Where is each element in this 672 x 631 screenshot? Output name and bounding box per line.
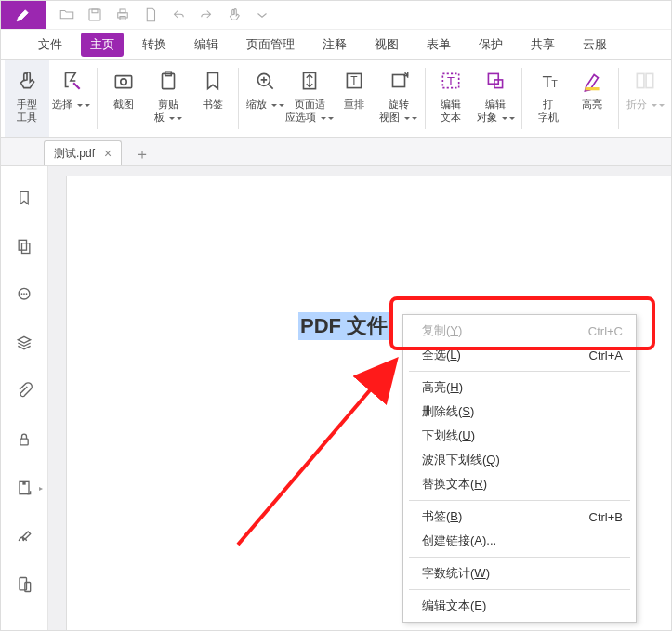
ribbon-editobj-button[interactable]: 编辑对象 — [473, 60, 518, 137]
layers-icon[interactable] — [11, 330, 37, 356]
mobile-icon[interactable] — [11, 572, 37, 598]
svg-text:T: T — [551, 78, 558, 89]
ribbon-reflow-button[interactable]: T重排 — [332, 60, 376, 137]
quick-access-toolbar — [55, 3, 274, 27]
svg-rect-3 — [120, 9, 125, 13]
context-menu-item[interactable]: 高亮(H) — [403, 375, 636, 400]
close-tab-icon[interactable]: × — [104, 146, 112, 161]
context-menu-item[interactable]: 编辑文本(E) — [403, 594, 636, 618]
menu-separator — [409, 557, 630, 558]
more-icon[interactable] — [250, 3, 274, 27]
menu-tab-6[interactable]: 视图 — [365, 33, 408, 57]
menu-tab-4[interactable]: 页面管理 — [237, 33, 304, 57]
export-icon[interactable]: ▸ — [11, 475, 37, 501]
ribbon-toolbar: 手型工具选择 截图剪贴板 书签缩放 页面适应选项 T重排旋转视图 T编辑文本编辑… — [1, 60, 671, 138]
context-menu: 复制(Y)Ctrl+C全选(L)Ctrl+A高亮(H)删除线(S)下划线(U)波… — [402, 314, 637, 623]
document-tab-title: 测试.pdf — [54, 146, 95, 162]
pen-nib-icon — [15, 7, 32, 23]
print-icon[interactable] — [111, 3, 135, 27]
comments-icon[interactable] — [11, 282, 37, 308]
svg-rect-13 — [392, 75, 404, 87]
ribbon-clipboard-button[interactable]: 剪贴板 — [146, 60, 191, 137]
ribbon-fitpage-button[interactable]: 页面适应选项 — [287, 60, 332, 137]
menu-tab-9[interactable]: 共享 — [521, 33, 564, 57]
ribbon-split-button: 折分 — [623, 60, 667, 137]
left-sidebar: ▸ — [1, 166, 48, 631]
svg-point-6 — [121, 79, 127, 85]
menu-tabs: 文件主页转换编辑页面管理注释视图表单保护共享云服 — [1, 30, 671, 60]
app-logo — [1, 1, 46, 29]
ribbon-type-button[interactable]: TT打字机 — [526, 60, 571, 137]
save-icon[interactable] — [83, 3, 107, 27]
ribbon-edittext-button[interactable]: T编辑文本 — [429, 60, 474, 137]
menu-tab-1[interactable]: 主页 — [81, 33, 124, 57]
undo-icon[interactable] — [166, 3, 191, 27]
ribbon-rotate-button[interactable]: 旋转视图 — [376, 60, 421, 137]
pages-icon[interactable] — [11, 233, 37, 259]
app-window: 文件主页转换编辑页面管理注释视图表单保护共享云服 手型工具选择 截图剪贴板 书签… — [0, 0, 672, 631]
svg-point-27 — [26, 293, 28, 295]
context-menu-item[interactable]: 字数统计(W) — [403, 561, 636, 585]
menu-tab-8[interactable]: 保护 — [469, 33, 512, 57]
svg-rect-2 — [118, 13, 128, 18]
context-menu-item: 复制(Y)Ctrl+C — [403, 319, 636, 343]
attachments-icon[interactable] — [11, 378, 37, 404]
menu-tab-10[interactable]: 云服 — [573, 33, 616, 57]
context-menu-item[interactable]: 全选(L)Ctrl+A — [403, 343, 636, 367]
redo-icon[interactable] — [194, 3, 218, 27]
menu-separator — [409, 500, 630, 501]
ribbon-bookmark-button[interactable]: 书签 — [191, 60, 235, 137]
svg-rect-28 — [20, 439, 28, 445]
context-menu-item[interactable]: 波浪下划线(Q) — [403, 448, 636, 472]
signature-icon[interactable] — [11, 523, 37, 549]
hand-icon[interactable] — [222, 3, 246, 27]
svg-rect-21 — [646, 73, 653, 87]
ribbon-zoom-button[interactable]: 缩放 — [243, 60, 287, 137]
menu-tab-5[interactable]: 注释 — [313, 33, 356, 57]
svg-point-26 — [23, 293, 25, 295]
document-tab-strip: 测试.pdf × ＋ — [1, 138, 671, 166]
page-icon[interactable] — [138, 3, 163, 27]
menu-tab-3[interactable]: 编辑 — [185, 33, 228, 57]
bookmark-icon[interactable] — [11, 185, 37, 211]
security-icon[interactable] — [11, 427, 37, 453]
selected-text[interactable]: PDF 文件 — [298, 312, 389, 340]
svg-rect-16 — [488, 73, 498, 84]
menu-separator — [409, 371, 630, 372]
menu-tab-0[interactable]: 文件 — [29, 33, 72, 57]
document-tab[interactable]: 测试.pdf × — [44, 140, 122, 165]
svg-point-25 — [21, 293, 23, 295]
ribbon-highlight-button[interactable]: 高亮 — [571, 60, 615, 137]
svg-text:T: T — [447, 74, 455, 88]
svg-rect-0 — [89, 9, 100, 20]
svg-rect-1 — [92, 9, 98, 13]
context-menu-item[interactable]: 书签(B)Ctrl+B — [403, 505, 636, 529]
menu-tab-2[interactable]: 转换 — [133, 33, 176, 57]
menu-tab-7[interactable]: 表单 — [417, 33, 460, 57]
new-tab-button[interactable]: ＋ — [131, 143, 153, 165]
svg-rect-23 — [22, 243, 30, 254]
context-menu-item[interactable]: 创建链接(A)... — [403, 529, 636, 553]
svg-text:T: T — [350, 74, 357, 87]
ribbon-snapshot-button[interactable]: 截图 — [101, 60, 146, 137]
context-menu-item[interactable]: 替换文本(R) — [403, 472, 636, 496]
menu-separator — [409, 589, 630, 590]
folder-open-icon[interactable] — [55, 3, 79, 27]
svg-rect-20 — [637, 73, 644, 87]
context-menu-item[interactable]: 删除线(S) — [403, 400, 636, 424]
svg-rect-22 — [19, 240, 26, 250]
ribbon-hand-button[interactable]: 手型工具 — [5, 60, 49, 137]
svg-rect-5 — [116, 76, 132, 88]
context-menu-item[interactable]: 下划线(U) — [403, 424, 636, 448]
title-bar — [1, 1, 671, 30]
ribbon-select-button[interactable]: 选择 — [49, 60, 94, 137]
